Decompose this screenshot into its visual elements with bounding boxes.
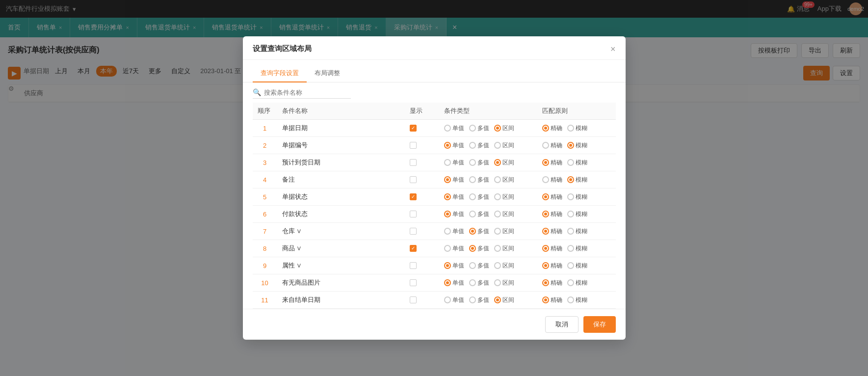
modal-overlay: 设置查询区域布局 × 查询字段设置 布局调整 🔍 顺序 条件名称 显示 <box>0 0 868 108</box>
modal-tabs: 查询字段设置 布局调整 <box>243 60 626 82</box>
modal-title: 设置查询区域布局 <box>253 44 312 54</box>
th-display: 显示 <box>405 103 439 108</box>
modal-table: 顺序 条件名称 显示 条件类型 匹配原则 1单据日期单值多值区间精确模糊2单据编… <box>253 103 616 108</box>
search-icon: 🔍 <box>253 88 261 96</box>
modal-search-area: 🔍 <box>243 82 626 103</box>
modal-header: 设置查询区域布局 × <box>243 36 626 60</box>
th-name: 条件名称 <box>277 103 405 108</box>
search-wrap: 🔍 <box>253 88 351 99</box>
modal-tab-layout[interactable]: 布局调整 <box>307 65 348 82</box>
th-order: 顺序 <box>253 103 277 108</box>
th-match: 匹配原则 <box>537 103 616 108</box>
modal-tab-query[interactable]: 查询字段设置 <box>253 65 307 82</box>
th-type: 条件类型 <box>439 103 537 108</box>
modal-table-wrap: 顺序 条件名称 显示 条件类型 匹配原则 1单据日期单值多值区间精确模糊2单据编… <box>243 103 626 108</box>
modal-dialog: 设置查询区域布局 × 查询字段设置 布局调整 🔍 顺序 条件名称 显示 <box>243 36 626 108</box>
modal-close-btn[interactable]: × <box>610 45 616 54</box>
search-input[interactable] <box>264 89 351 96</box>
